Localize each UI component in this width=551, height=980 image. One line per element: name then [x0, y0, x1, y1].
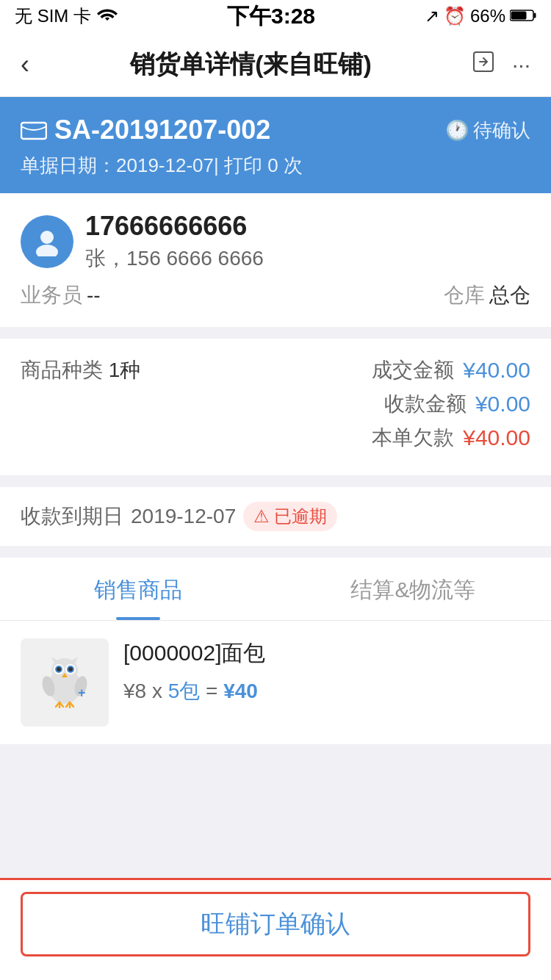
avatar [21, 215, 73, 268]
equals-sign: = [206, 680, 223, 702]
product-price-formula: ¥8 x 5包 = ¥40 [123, 677, 530, 705]
carrier-text: 无 SIM 卡 [15, 4, 91, 28]
received-value: ¥0.00 [475, 392, 530, 417]
confirm-order-button[interactable]: 旺铺订单确认 [21, 892, 530, 956]
svg-rect-1 [533, 13, 536, 18]
quantity: 5包 [168, 680, 201, 702]
svg-point-5 [40, 231, 54, 244]
salesperson-value: -- [87, 284, 101, 307]
order-date-info: 单据日期：2019-12-07| 打印 0 次 [21, 153, 530, 179]
status-bar: 无 SIM 卡 下午3:28 ↗ ⏰ 66% [0, 0, 551, 32]
status-left: 无 SIM 卡 [15, 4, 118, 28]
battery-text: 66% [470, 6, 505, 26]
customer-info: 17666666666 张，156 6666 6666 [85, 211, 264, 273]
overdue-text: 已逾期 [274, 505, 327, 528]
warning-icon: ⚠ [253, 506, 270, 527]
order-header-top: SA-20191207-002 🕐 待确认 [21, 115, 530, 145]
deal-amount-row: 成交金额 ¥40.00 [372, 356, 530, 384]
page-title: 销货单详情(来自旺铺) [130, 48, 372, 82]
received-label: 收款金额 [384, 390, 467, 418]
due-date-label: 收款到期日 [21, 502, 123, 530]
share-button[interactable] [472, 51, 494, 78]
location-icon: ↗ [425, 6, 439, 26]
salesperson-row: 业务员 -- 仓库 总仓 [21, 281, 530, 309]
product-info: [0000002]面包 ¥8 x 5包 = ¥40 [123, 638, 530, 705]
more-button[interactable]: ··· [512, 52, 530, 77]
goods-type: 商品种类 1种 [21, 356, 140, 384]
bottom-space [0, 744, 551, 832]
customer-row: 17666666666 张，156 6666 6666 [21, 211, 530, 273]
order-header: SA-20191207-002 🕐 待确认 单据日期：2019-12-07| 打… [0, 97, 551, 193]
back-button[interactable]: ‹ [21, 49, 29, 80]
customer-phone: 17666666666 [85, 211, 264, 242]
wifi-icon [97, 6, 118, 26]
tab-sales-goods[interactable]: 销售商品 [0, 558, 276, 620]
alarm-icon: ⏰ [444, 6, 466, 26]
price-unit: ¥8 [123, 680, 146, 702]
amounts-row: 商品种类 1种 成交金额 ¥40.00 收款金额 ¥0.00 本单欠款 ¥40.… [21, 356, 530, 458]
price-total: ¥40 [223, 680, 258, 702]
status-right: ↗ ⏰ 66% [425, 6, 536, 26]
owed-value: ¥40.00 [463, 425, 530, 450]
owed-label: 本单欠款 [372, 424, 454, 452]
tabs-section: 销售商品 结算&物流等 [0, 558, 551, 744]
nav-right-buttons: ··· [472, 51, 530, 78]
amount-details: 成交金额 ¥40.00 收款金额 ¥0.00 本单欠款 ¥40.00 [372, 356, 530, 458]
tabs-bar: 销售商品 结算&物流等 [0, 558, 551, 621]
svg-rect-2 [511, 12, 526, 20]
due-date-section: 收款到期日 2019-12-07 ⚠ 已逾期 [0, 487, 551, 546]
warehouse-value: 总仓 [489, 281, 530, 309]
status-time: 下午3:28 [227, 1, 315, 32]
product-item: + [0000002]面包 ¥8 x 5包 = ¥40 [0, 621, 551, 744]
svg-text:+: + [78, 685, 86, 700]
warehouse-label: 仓库 [444, 281, 485, 309]
product-name: [0000002]面包 [123, 638, 530, 669]
amounts-section: 商品种类 1种 成交金额 ¥40.00 收款金额 ¥0.00 本单欠款 ¥40.… [0, 339, 551, 475]
svg-point-11 [57, 667, 61, 671]
tab-settlement-logistics[interactable]: 结算&物流等 [276, 558, 551, 620]
due-date-value: 2019-12-07 [131, 505, 236, 528]
order-status-badge: 🕐 待确认 [445, 118, 530, 143]
svg-point-14 [68, 667, 73, 671]
order-id: SA-20191207-002 [21, 115, 270, 145]
received-amount-row: 收款金额 ¥0.00 [372, 390, 530, 418]
owed-amount-row: 本单欠款 ¥40.00 [372, 424, 530, 452]
customer-name: 张，156 6666 6666 [85, 245, 264, 273]
clock-icon: 🕐 [445, 119, 469, 142]
salesperson-label: 业务员 [21, 281, 82, 309]
svg-point-6 [36, 245, 58, 256]
bottom-bar: 旺铺订单确认 [0, 878, 551, 980]
customer-section: 17666666666 张，156 6666 6666 业务员 -- 仓库 总仓 [0, 193, 551, 327]
deal-amount-value: ¥40.00 [463, 358, 530, 383]
overdue-badge: ⚠ 已逾期 [243, 502, 337, 531]
deal-amount-label: 成交金额 [372, 356, 454, 384]
nav-bar: ‹ 销货单详情(来自旺铺) ··· [0, 32, 551, 97]
multiply-sign: x [152, 680, 168, 702]
battery-icon [510, 6, 536, 26]
product-thumbnail: + [21, 638, 109, 727]
